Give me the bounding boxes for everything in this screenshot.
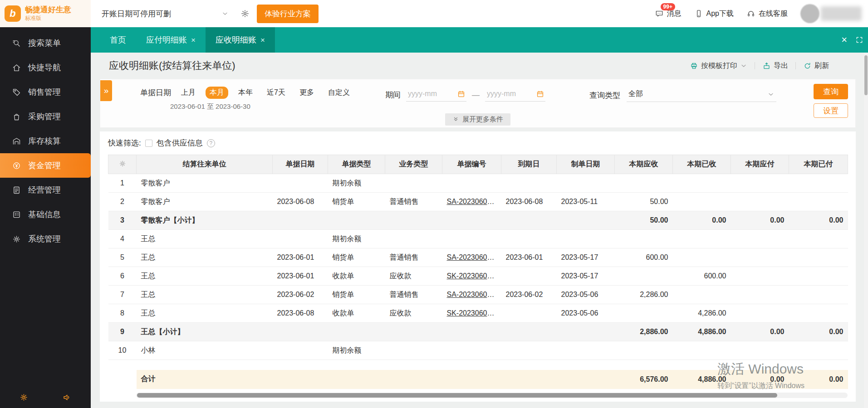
table-row[interactable]: 1零散客户期初余额 (108, 174, 848, 193)
period-from-input[interactable] (407, 89, 455, 98)
table-cell (501, 211, 557, 230)
tab-home[interactable]: 首页 (100, 27, 136, 53)
table-cell: 2023-06-01 (273, 248, 328, 267)
fullscreen-icon[interactable] (855, 36, 863, 44)
vertical-scrollbar-thumb[interactable] (864, 55, 868, 95)
export-button[interactable]: 导出 (762, 61, 788, 71)
table-cell (273, 230, 328, 248)
close-icon[interactable]: × (191, 36, 196, 44)
column-settings-header[interactable] (108, 155, 137, 174)
gear-icon[interactable] (240, 9, 250, 18)
user-profile[interactable] (800, 4, 862, 23)
sidebar-item-purchase[interactable]: 采购管理 (0, 104, 91, 129)
table-cell (731, 341, 789, 360)
doc-no-link[interactable]: SA-20230608-0 (447, 198, 498, 205)
sidebar-item-base-info[interactable]: 基础信息 (0, 202, 91, 227)
sidebar-item-sales[interactable]: 销售管理 (0, 80, 91, 104)
export-icon (762, 62, 771, 70)
divider (795, 62, 796, 69)
sidebar-item-business[interactable]: 经营管理 (0, 178, 91, 202)
table-row[interactable]: 2零散客户2023-06-08销货单普通销售SA-20230608-02023-… (108, 193, 848, 211)
table-cell: 600.00 (673, 267, 731, 286)
online-service-button[interactable]: 在线客服 (746, 9, 788, 19)
messages-button[interactable]: 99+ 消息 (655, 9, 682, 19)
table-cell: 王总【小计】 (137, 323, 273, 341)
trial-solution-button[interactable]: 体验行业方案 (257, 5, 319, 23)
phone-icon (694, 9, 703, 18)
range-last-month-button[interactable]: 上月 (177, 87, 200, 99)
messages-badge: 99+ (661, 3, 675, 10)
doc-no-link[interactable]: SK-20230601-0 (447, 272, 498, 280)
opening-date-select[interactable]: 开账日期可停用可删 (97, 6, 233, 22)
sidebar-item-system[interactable]: 系统管理 (0, 227, 91, 251)
table-cell: 2023-05-06 (557, 304, 615, 323)
settings-button[interactable]: 设置 (814, 103, 848, 118)
doc-no-link[interactable]: SK-20230608-0 (447, 309, 498, 317)
period-to-input[interactable] (486, 89, 534, 98)
doc-no-link[interactable]: SA-20230601-0 (447, 253, 498, 261)
range-last7days-button[interactable]: 近7天 (263, 87, 289, 99)
sidebar-item-search-menu[interactable]: 搜索菜单 (0, 31, 91, 55)
chevron-down-icon (740, 62, 747, 69)
settings-gear-icon[interactable] (19, 393, 29, 402)
horizontal-scrollbar-thumb[interactable] (137, 393, 777, 398)
search-button[interactable]: 查询 (814, 84, 848, 99)
table-row[interactable]: 5王总2023-06-01销货单普通销售SA-20230601-02023-06… (108, 248, 848, 267)
search-icon (12, 39, 21, 48)
doc-no-link[interactable]: SA-20230602-0 (447, 291, 498, 298)
tab-bar: 首页 应付明细账 × 应收明细账 × × (91, 27, 868, 53)
table-cell (501, 174, 557, 193)
table-cell: 应收款 (385, 267, 442, 286)
horizontal-scrollbar[interactable] (136, 393, 848, 398)
table-cell (442, 174, 501, 193)
table-row[interactable]: 10小林期初余额 (108, 341, 848, 360)
table-row[interactable]: 9王总【小计】2,886.004,886.000.000.00 (108, 323, 848, 341)
table-cell: 期初余额 (328, 174, 385, 193)
help-icon[interactable]: ? (207, 139, 215, 147)
home-icon (12, 63, 21, 73)
table-cell (673, 174, 731, 193)
table-cell: 2023-06-02 (501, 286, 557, 304)
table-row[interactable]: 4王总期初余额 (108, 230, 848, 248)
range-this-year-button[interactable]: 本年 (234, 87, 257, 99)
table-cell: 零散客户 (137, 193, 273, 211)
table-row[interactable]: 8王总2023-06-08收款单应收款SK-20230608-02023-05-… (108, 304, 848, 323)
headset-icon (746, 9, 755, 18)
tab-receivable-ledger[interactable]: 应收明细账 × (206, 27, 275, 53)
export-label: 导出 (774, 61, 788, 71)
sidebar: b 畅捷通好生意 标准版 搜索菜单 快捷导航 销售管理 采购管理 (0, 0, 91, 408)
table-row[interactable]: 7王总2023-06-02销货单普通销售SA-20230602-02023-06… (108, 286, 848, 304)
system-icon (12, 234, 21, 244)
tab-label: 应付明细账 (146, 34, 187, 45)
total-row: 合计 6,576.00 4,886.00 0.00 0.00 (108, 370, 848, 389)
sidebar-item-quick-nav[interactable]: 快捷导航 (0, 55, 91, 80)
table-cell: 王总 (137, 230, 273, 248)
table-cell: 零散客户【小计】 (137, 211, 273, 230)
range-custom-button[interactable]: 自定义 (324, 87, 354, 99)
col-header: 本期应付 (731, 155, 789, 174)
include-supplier-checkbox[interactable] (145, 140, 152, 147)
range-this-month-button[interactable]: 本月 (206, 87, 228, 99)
tab-payable-ledger[interactable]: 应付明细账 × (136, 27, 206, 53)
table-cell (501, 267, 557, 286)
table-header-row: 结算往来单位 单据日期 单据类型 业务类型 单据编号 到期日 制单日期 本期应收… (108, 155, 848, 174)
sidebar-item-funds[interactable]: 资金管理 (0, 153, 91, 178)
print-by-template-button[interactable]: 按模板打印 (690, 61, 747, 71)
app-download-button[interactable]: App下载 (694, 9, 734, 19)
vertical-scrollbar[interactable] (864, 53, 868, 408)
sidebar-item-inventory[interactable]: 库存核算 (0, 129, 91, 153)
range-more-button[interactable]: 更多 (295, 87, 318, 99)
info-list-icon (12, 210, 21, 219)
close-all-icon[interactable]: × (841, 35, 847, 45)
calendar-icon[interactable] (536, 90, 544, 98)
query-type-select[interactable]: 全部 (627, 88, 776, 102)
calendar-icon[interactable] (457, 90, 466, 98)
close-icon[interactable]: × (260, 36, 265, 44)
table-row[interactable]: 6王总2023-06-01收款单应收款SK-20230601-02023-05-… (108, 267, 848, 286)
table-row[interactable]: 3零散客户【小计】50.000.000.000.00 (108, 211, 848, 230)
collapse-filter-tab[interactable]: » (100, 80, 112, 101)
expand-more-conditions[interactable]: 展开更多条件 (445, 113, 510, 126)
speaker-icon[interactable] (62, 393, 72, 402)
table-cell (385, 341, 442, 360)
refresh-button[interactable]: 刷新 (803, 61, 829, 71)
